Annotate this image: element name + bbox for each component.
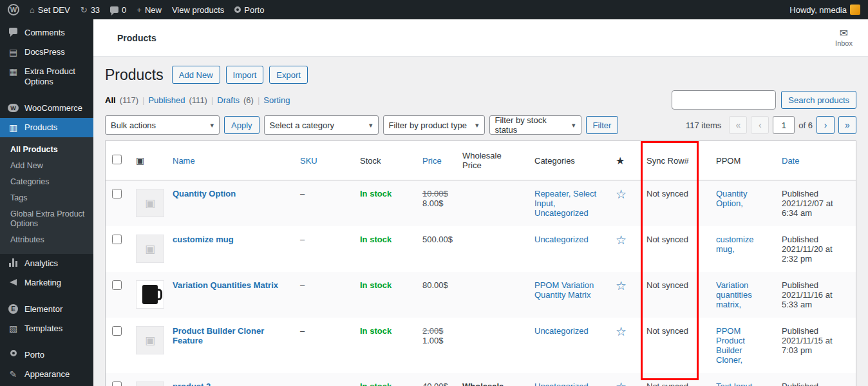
featured-star-icon[interactable]: ☆ <box>616 325 627 338</box>
category-links[interactable]: Uncategorized <box>534 326 589 336</box>
view-all-link[interactable]: All <box>105 95 116 105</box>
sidebar-item-analytics[interactable]: Analytics <box>0 254 93 273</box>
featured-star-icon[interactable]: ☆ <box>616 279 627 293</box>
view-separator: | <box>258 95 259 105</box>
sort-price-header[interactable]: Price <box>422 156 442 166</box>
category-links[interactable]: Repeater, Select Input, Uncategorized <box>534 189 596 218</box>
document-icon: ▤ <box>8 47 19 57</box>
add-new-button[interactable]: Add New <box>172 66 220 84</box>
table-row: ▣ Product Builder Cloner Feature – In st… <box>106 318 856 373</box>
product-thumbnail[interactable]: ▣ <box>136 381 164 386</box>
apply-button[interactable]: Apply <box>224 116 259 134</box>
ppom-link[interactable]: Quantity Option, <box>716 189 747 208</box>
product-name-link[interactable]: customize mug <box>173 235 234 244</box>
category-links[interactable]: Uncategorized <box>534 235 589 244</box>
ppom-link[interactable]: Variation quantities matrix, <box>716 280 752 309</box>
ppom-header: PPOM <box>710 141 775 180</box>
product-name-link[interactable]: product 2 <box>173 381 211 386</box>
wholesale-price-header: Wholesale Price <box>456 141 528 180</box>
submenu-all-products[interactable]: All Products <box>0 142 93 158</box>
publish-date: 2021/12/07 at 6:34 am <box>782 198 833 218</box>
ppom-link[interactable]: customize mug, <box>716 235 754 254</box>
ppom-link[interactable]: Text Input, <box>716 381 755 386</box>
publish-status: Published <box>782 381 818 386</box>
product-thumbnail[interactable]: ▣ <box>136 235 164 263</box>
category-filter-select[interactable]: Select a category ▾ <box>264 115 379 135</box>
category-links[interactable]: Uncategorized <box>534 381 589 386</box>
export-button[interactable]: Export <box>269 66 308 84</box>
row-checkbox[interactable] <box>112 189 122 198</box>
view-drafts-link[interactable]: Drafts <box>217 95 240 105</box>
stock-status-filter-select[interactable]: Filter by stock status ▾ <box>489 115 581 135</box>
sidebar-item-templates[interactable]: ▧ Templates <box>0 319 93 338</box>
product-name-link[interactable]: Product Builder Cloner Feature <box>173 326 264 345</box>
inbox-button[interactable]: ✉ Inbox <box>831 28 856 47</box>
sidebar-item-label: Elementor <box>24 304 62 314</box>
view-products-button[interactable]: View products <box>172 5 224 15</box>
sidebar-item-comments[interactable]: Comments <box>0 23 93 43</box>
account-menu[interactable]: Howdy, nmedia <box>789 5 860 15</box>
sidebar-item-marketing[interactable]: Marketing <box>0 273 93 293</box>
category-links[interactable]: PPOM Variation Quantity Matrix <box>534 280 594 300</box>
product-image-mug <box>142 285 158 304</box>
table-row: ▣ customize mug – In stock 500.00$ Uncat… <box>106 226 856 272</box>
products-table-wrap: ▣ Name SKU Stock Price Wholesale Price C… <box>105 140 856 386</box>
sort-sku-header[interactable]: SKU <box>300 156 317 166</box>
sidebar-item-porto[interactable]: Porto <box>0 345 93 365</box>
products-box-icon: ▥ <box>8 122 19 133</box>
sidebar-item-woocommerce[interactable]: W WooCommerce <box>0 99 93 118</box>
view-published-count: (111) <box>189 95 207 105</box>
wordpress-logo-button[interactable]: W <box>8 4 19 15</box>
row-checkbox[interactable] <box>112 235 122 244</box>
current-page-input[interactable] <box>773 116 795 134</box>
row-checkbox[interactable] <box>112 280 122 290</box>
row-checkbox[interactable] <box>112 326 122 336</box>
submenu-tags[interactable]: Tags <box>0 190 93 206</box>
image-placeholder-icon: ▣ <box>145 334 155 347</box>
bulk-actions-select[interactable]: Bulk actions ▾ <box>105 115 220 135</box>
site-name-button[interactable]: ⌂ Set DEV <box>30 5 70 15</box>
sidebar-item-label: DocsPress <box>24 47 65 57</box>
new-content-button[interactable]: + New <box>137 5 162 15</box>
sidebar-item-extra-product-options[interactable]: ▦ Extra Product Options <box>0 62 93 92</box>
price: 8.00$ <box>422 198 449 208</box>
search-products-button[interactable]: Search products <box>781 91 856 109</box>
submenu-add-new[interactable]: Add New <box>0 158 93 174</box>
porto-admin-button[interactable]: Porto <box>234 5 264 15</box>
sync-status: Not synced <box>646 235 688 244</box>
sort-name-header[interactable]: Name <box>173 156 195 166</box>
product-name-link[interactable]: Variation Quantities Matrix <box>173 280 278 290</box>
product-name-link[interactable]: Quantity Option <box>173 189 236 198</box>
featured-star-icon[interactable]: ☆ <box>616 188 627 201</box>
product-thumbnail[interactable]: ▣ <box>136 326 164 354</box>
select-all-checkbox[interactable] <box>112 155 122 164</box>
submenu-categories[interactable]: Categories <box>0 174 93 190</box>
filter-button[interactable]: Filter <box>586 116 619 134</box>
row-checkbox[interactable] <box>112 381 122 386</box>
last-page-button[interactable]: » <box>838 116 856 134</box>
product-thumbnail[interactable]: ▣ <box>136 189 164 217</box>
sidebar-item-products[interactable]: ▥ Products <box>0 118 93 137</box>
sidebar-item-docspress[interactable]: ▤ DocsPress <box>0 43 93 62</box>
templates-icon: ▧ <box>8 323 19 334</box>
search-input[interactable] <box>672 90 776 110</box>
product-thumbnail[interactable] <box>136 280 164 309</box>
submenu-global-extra-product-options[interactable]: Global Extra Product Options <box>0 206 93 232</box>
comments-bubble-button[interactable]: 0 <box>110 5 126 15</box>
featured-star-icon[interactable]: ☆ <box>616 233 627 247</box>
ppom-link[interactable]: PPOM Product Builder Cloner, <box>716 326 745 365</box>
view-published-link[interactable]: Published <box>148 95 185 105</box>
import-button[interactable]: Import <box>226 66 264 84</box>
sync-status: Not synced <box>646 189 688 198</box>
sort-date-header[interactable]: Date <box>782 156 799 166</box>
table-header-row: ▣ Name SKU Stock Price Wholesale Price C… <box>106 141 856 180</box>
featured-star-icon[interactable]: ☆ <box>616 380 627 386</box>
sidebar-item-appearance[interactable]: ✎ Appearance <box>0 365 93 384</box>
submenu-attributes[interactable]: Attributes <box>0 232 93 248</box>
sidebar-item-elementor[interactable]: E Elementor <box>0 300 93 319</box>
stock-status: In stock <box>360 189 392 198</box>
product-type-filter-select[interactable]: Filter by product type ▾ <box>383 115 485 135</box>
updates-button[interactable]: ↻ 33 <box>80 5 100 15</box>
view-sorting-link[interactable]: Sorting <box>263 95 290 105</box>
next-page-button[interactable]: › <box>816 116 835 134</box>
